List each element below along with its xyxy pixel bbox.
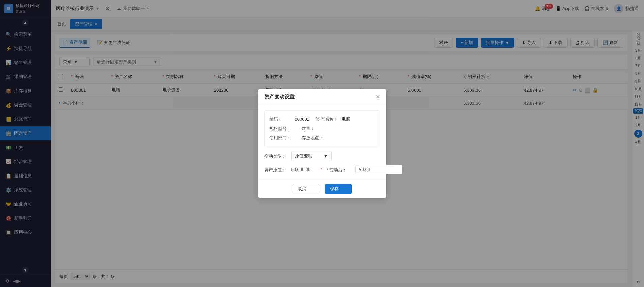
modal-spec-field: 规格型号： xyxy=(269,125,295,132)
modal-body: 编码： 000001 资产名称： 电脑 规格型号： 数量： xyxy=(258,105,386,180)
location-label: 存放地点： xyxy=(302,134,325,141)
modal-location-field: 存放地点： xyxy=(302,134,327,141)
spec-label: 规格型号： xyxy=(269,125,293,132)
modal-title: 资产变动设置 xyxy=(264,94,295,100)
change-type-row: 变动类型： 原值变动 ▼ xyxy=(264,151,380,161)
modal-header: 资产变动设置 ✕ xyxy=(258,89,386,105)
change-type-value: 原值变动 xyxy=(295,153,312,159)
original-value: 50,000.00 xyxy=(291,167,311,172)
original-value-label: 资产原值： xyxy=(264,166,288,173)
cancel-button[interactable]: 取消 xyxy=(293,184,319,194)
modal-asset-name-field: 资产名称： 电脑 xyxy=(316,116,350,122)
asset-change-modal: 资产变动设置 ✕ 编码： 000001 资产名称： 电脑 xyxy=(258,89,386,198)
modal-row-1: 编码： 000001 资产名称： 电脑 xyxy=(269,116,375,122)
modal-department-field: 使用部门： xyxy=(269,134,295,141)
modal-info-section: 编码： 000001 资产名称： 电脑 规格型号： 数量： xyxy=(264,110,380,146)
change-type-dropdown-icon: ▼ xyxy=(324,154,328,159)
asset-name-value: 电脑 xyxy=(342,116,350,122)
modal-footer: 取消 保存 xyxy=(258,180,386,198)
change-type-label: 变动类型： xyxy=(264,153,288,159)
amount-row: 资产原值： 50,000.00 * * 变动后： xyxy=(264,165,380,174)
change-type-select[interactable]: 原值变动 ▼ xyxy=(291,151,332,161)
save-button[interactable]: 保存 xyxy=(325,184,352,194)
asset-name-label: 资产名称： xyxy=(316,116,340,122)
after-change-required-mark: * xyxy=(320,167,322,172)
quantity-label: 数量： xyxy=(302,125,325,132)
modal-close-button[interactable]: ✕ xyxy=(376,94,380,100)
department-label: 使用部门： xyxy=(269,134,293,141)
modal-overlay[interactable]: 资产变动设置 ✕ 编码： 000001 资产名称： 电脑 xyxy=(0,0,644,287)
modal-code-field: 编码： 000001 xyxy=(269,116,309,122)
after-change-input[interactable] xyxy=(355,165,402,174)
code-value: 000001 xyxy=(295,117,309,122)
modal-row-3: 使用部门： 存放地点： xyxy=(269,134,375,141)
code-label: 编码： xyxy=(269,116,293,122)
modal-row-2: 规格型号： 数量： xyxy=(269,125,375,132)
modal-quantity-field: 数量： xyxy=(302,125,327,132)
after-change-label: * 变动后： xyxy=(326,166,350,173)
